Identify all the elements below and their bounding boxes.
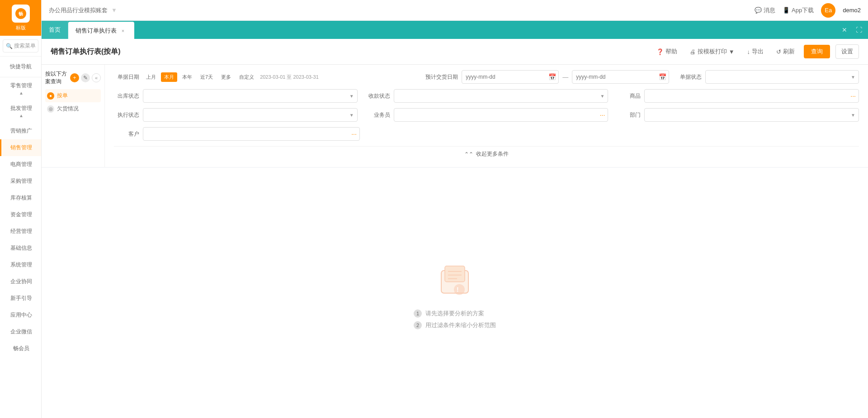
date-tab-last7[interactable]: 近7天 — [197, 72, 216, 82]
export-label: 导出 — [752, 48, 764, 56]
customer-input-wrap: ··· — [143, 127, 360, 141]
topbar: 办公用品行业模拟账套 ▼ 💬 消息 📱 App下载 Ea demo2 — [42, 0, 868, 21]
refresh-button[interactable]: ↺ 刷新 — [773, 46, 798, 57]
sidebar-item-newbie[interactable]: 新手引导 — [0, 290, 41, 307]
goods-dots-button[interactable]: ··· — [848, 92, 859, 100]
date-tab-custom[interactable]: 自定义 — [236, 72, 257, 82]
sidebar-item-finance[interactable]: 资金管理 — [0, 206, 41, 223]
sidebar-menu: 零售管理 ▲ 批发管理 ▲ 营销推广 销售管理 电商管理 采购管理 库存核算 资… — [0, 77, 41, 357]
date-tab-this-year[interactable]: 本年 — [179, 72, 195, 82]
sidebar-item-retail[interactable]: 零售管理 ▲ — [0, 77, 41, 100]
customer-dots-button[interactable]: ··· — [349, 130, 359, 138]
breadcrumb-text[interactable]: 办公用品行业模拟账套 — [49, 6, 108, 14]
tab-maximize-button[interactable]: ⛶ — [854, 24, 864, 35]
scheme-debt[interactable]: ◎ 欠货情况 — [45, 102, 101, 115]
edit-scheme-button[interactable]: ✎ — [81, 73, 90, 82]
salesperson-label: 业务员 — [365, 111, 390, 119]
message-icon: 💬 — [755, 7, 762, 14]
retail-arrow: ▲ — [19, 90, 24, 95]
sidebar-item-newbie-label: 新手引导 — [10, 294, 32, 302]
sidebar-item-marketing[interactable]: 营销推广 — [0, 123, 41, 139]
filter-row-1: 单据日期 上月 本月 本年 近7天 更多 自定义 20 — [114, 70, 859, 84]
empty-steps: 1 请先选择要分析的方案 2 用过滤条件来缩小分析范围 — [414, 309, 496, 329]
shipment-label: 出库状态 — [114, 92, 139, 100]
collapse-filters-button[interactable]: ⌃⌃ 收起更多条件 — [114, 146, 859, 162]
filter-scheme-label: 按以下方案查询 — [45, 70, 70, 86]
sidebar-item-system[interactable]: 系统管理 — [0, 256, 41, 273]
date-tab-this-month[interactable]: 本月 — [161, 72, 177, 82]
tab-close-button[interactable]: × — [119, 27, 127, 34]
date-tab-more[interactable]: 更多 — [218, 72, 234, 82]
sidebar-item-purchase[interactable]: 采购管理 — [0, 173, 41, 190]
add-scheme-button[interactable]: + — [70, 73, 79, 82]
settings-button[interactable]: 设置 — [835, 44, 859, 59]
shipment-status-input[interactable] — [143, 89, 358, 103]
expected-date-to-wrap: 📅 — [572, 70, 669, 84]
expected-date-to-input[interactable] — [572, 70, 669, 84]
step-1-text: 请先选择要分析的方案 — [425, 309, 484, 318]
help-label: 帮助 — [665, 48, 677, 56]
scheme-by-order[interactable]: ● 按单 — [45, 89, 101, 102]
sidebar-item-member[interactable]: 畅会员 — [0, 340, 41, 357]
app-download-button[interactable]: 📱 App下载 — [783, 6, 814, 14]
field-shipment-status: 出库状态 ▼ — [114, 89, 358, 103]
print-icon: 🖨 — [690, 48, 696, 55]
help-button[interactable]: ❓ 帮助 — [653, 46, 681, 57]
collapse-label: 收起更多条件 — [476, 150, 509, 158]
doc-status-select-wrap: ▼ — [705, 70, 859, 84]
quick-nav-item[interactable]: 快捷导航 — [0, 59, 41, 74]
calendar-from-icon[interactable]: 📅 — [548, 73, 556, 81]
sidebar-item-inventory[interactable]: 库存核算 — [0, 190, 41, 206]
field-dept: 部门 ▼ — [615, 108, 859, 122]
sidebar-item-apps[interactable]: 应用中心 — [0, 307, 41, 323]
svg-point-7 — [454, 284, 465, 295]
step-2-text: 用过滤条件来缩小分析范围 — [425, 321, 496, 329]
sidebar-item-system-label: 系统管理 — [10, 261, 32, 269]
filter-scheme-sidebar: 按以下方案查询 + ✎ « — [42, 65, 105, 167]
sidebar-item-inventory-label: 库存核算 — [10, 194, 32, 202]
tab-home[interactable]: 首页 — [42, 21, 68, 39]
tab-sales-exec[interactable]: 销售订单执行表 × — [68, 22, 134, 40]
sidebar-item-enterprise[interactable]: 企业协同 — [0, 273, 41, 290]
sidebar-search-section: 🔍 搜索菜单 — [0, 36, 41, 57]
logo[interactable]: 畅 标版 — [0, 0, 41, 36]
tabbar: 首页 销售订单执行表 × ✕ ⛶ — [42, 21, 868, 39]
payment-status-input[interactable] — [394, 89, 609, 103]
salesperson-dots-button[interactable]: ··· — [597, 111, 608, 119]
dept-label: 部门 — [615, 111, 641, 119]
doc-status-input[interactable] — [705, 70, 859, 84]
goods-label: 商品 — [615, 92, 641, 100]
collapse-icon: « — [95, 75, 98, 81]
user-avatar[interactable]: Ea — [821, 3, 835, 18]
tab-close-all-button[interactable]: ✕ — [839, 24, 850, 35]
sidebar-item-apps-label: 应用中心 — [10, 311, 32, 319]
template-print-button[interactable]: 🖨 按模板打印 ▼ — [686, 46, 738, 57]
message-button[interactable]: 💬 消息 — [755, 6, 775, 14]
sidebar-item-operations[interactable]: 经营管理 — [0, 223, 41, 240]
field-exec-status: 执行状态 ▼ — [114, 108, 358, 122]
sidebar-item-retail-label: 零售管理 — [10, 82, 32, 90]
salesperson-input[interactable] — [394, 112, 597, 118]
sidebar-item-wholesale[interactable]: 批发管理 ▲ — [0, 100, 41, 123]
expected-date-from-input[interactable] — [462, 70, 559, 84]
export-button[interactable]: ↓ 导出 — [744, 46, 768, 57]
goods-input[interactable] — [645, 93, 848, 99]
calendar-to-icon[interactable]: 📅 — [659, 73, 666, 81]
topbar-right: 💬 消息 📱 App下载 Ea demo2 — [755, 3, 861, 18]
refresh-label: 刷新 — [783, 48, 795, 56]
date-tab-last-month[interactable]: 上月 — [143, 72, 159, 82]
exec-status-input[interactable] — [143, 108, 358, 122]
sidebar-item-marketing-label: 营销推广 — [10, 127, 32, 135]
dept-input[interactable] — [644, 108, 859, 122]
sidebar-item-basic[interactable]: 基础信息 — [0, 240, 41, 256]
customer-input[interactable] — [143, 131, 349, 137]
query-button[interactable]: 查询 — [804, 45, 830, 58]
sidebar-item-ecommerce[interactable]: 电商管理 — [0, 156, 41, 173]
sidebar-item-sales[interactable]: 销售管理 — [0, 139, 41, 156]
search-menu-button[interactable]: 🔍 搜索菜单 — [3, 39, 38, 52]
collapse-sidebar-button[interactable]: « — [92, 73, 101, 82]
username-label: demo2 — [843, 7, 861, 14]
sidebar-item-wechat[interactable]: 企业微信 — [0, 323, 41, 340]
salesperson-input-wrap: ··· — [394, 108, 609, 122]
logo-icon: 畅 — [12, 5, 30, 23]
